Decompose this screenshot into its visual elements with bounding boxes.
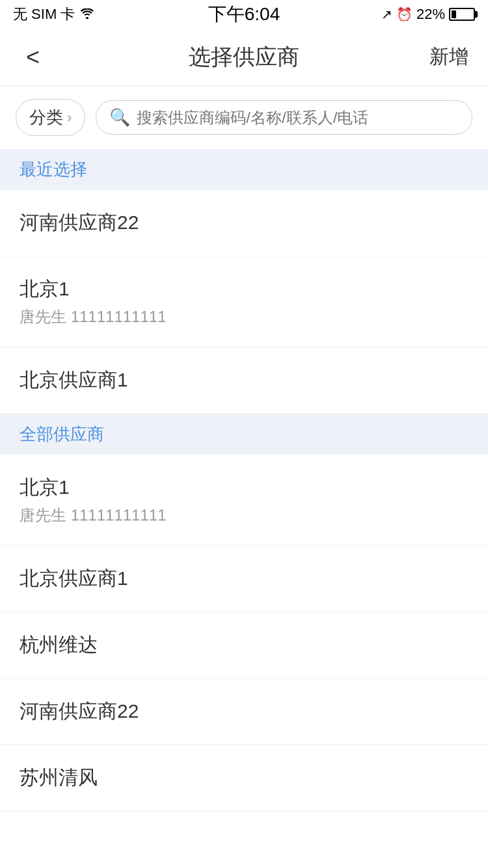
- back-button[interactable]: <: [20, 37, 46, 77]
- status-left: 无 SIM 卡: [13, 5, 94, 24]
- search-area: 分类 › 🔍: [0, 86, 488, 149]
- section-header-text-all: 全部供应商: [20, 424, 104, 444]
- list-item[interactable]: 苏州清风: [0, 745, 488, 811]
- nav-bar: < 选择供应商 新增: [0, 29, 488, 86]
- search-box[interactable]: 🔍: [96, 100, 472, 135]
- list-item-name: 北京供应商1: [20, 367, 468, 394]
- search-icon: 🔍: [109, 107, 130, 128]
- wifi-icon: [80, 6, 94, 23]
- category-button[interactable]: 分类 ›: [16, 99, 85, 136]
- list-item[interactable]: 北京1唐先生 11111111111: [0, 455, 488, 546]
- list-item[interactable]: 北京1唐先生 11111111111: [0, 256, 488, 347]
- section-header-text-recent: 最近选择: [20, 159, 87, 179]
- list-item[interactable]: 杭州维达: [0, 612, 488, 679]
- carrier-label: 无 SIM 卡: [13, 5, 75, 24]
- list-item[interactable]: 河南供应商22: [0, 190, 488, 256]
- category-label: 分类: [29, 106, 63, 129]
- status-bar: 无 SIM 卡 下午6:04 ↗ ⏰ 22%: [0, 0, 488, 29]
- list-item-name: 北京1: [20, 474, 468, 501]
- list-item-name: 北京供应商1: [20, 565, 468, 592]
- status-time: 下午6:04: [208, 2, 280, 27]
- list-item-name: 杭州维达: [20, 632, 468, 658]
- list-item-name: 苏州清风: [20, 765, 468, 791]
- page-title: 选择供应商: [189, 42, 299, 72]
- battery-icon: [449, 8, 475, 21]
- add-button[interactable]: 新增: [429, 44, 468, 70]
- list-item-name: 河南供应商22: [20, 698, 468, 725]
- list-item-sub: 唐先生 11111111111: [20, 306, 468, 327]
- list-item-sub: 唐先生 11111111111: [20, 505, 468, 526]
- search-input[interactable]: [137, 109, 459, 127]
- list-item[interactable]: 北京供应商1: [0, 347, 488, 414]
- section-header-all: 全部供应商: [0, 414, 488, 455]
- list-item[interactable]: 北京供应商1: [0, 546, 488, 612]
- battery-label: 22%: [416, 6, 445, 23]
- list-item-name: 河南供应商22: [20, 210, 468, 236]
- location-icon: ↗: [381, 7, 392, 22]
- list-item[interactable]: 河南供应商22: [0, 679, 488, 745]
- section-header-recent: 最近选择: [0, 149, 488, 190]
- chevron-right-icon: ›: [67, 109, 72, 126]
- list-item-name: 北京1: [20, 276, 468, 303]
- sections-container: 最近选择河南供应商22北京1唐先生 11111111111北京供应商1全部供应商…: [0, 149, 488, 811]
- status-right: ↗ ⏰ 22%: [381, 6, 475, 23]
- alarm-icon: ⏰: [396, 7, 413, 22]
